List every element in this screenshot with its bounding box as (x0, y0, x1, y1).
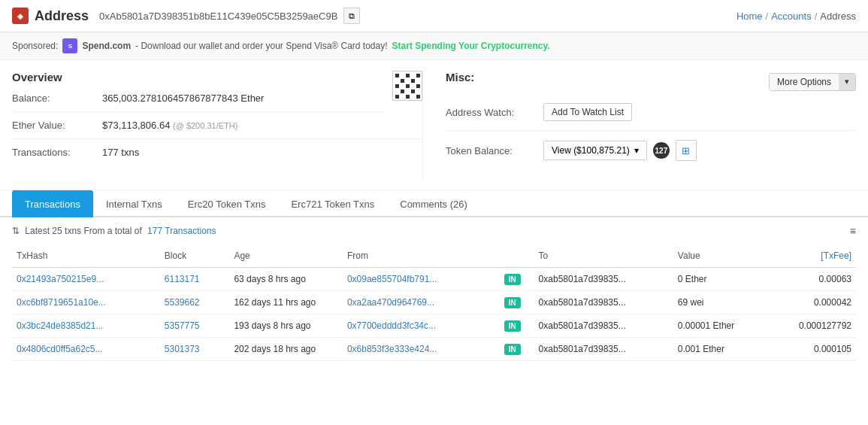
logo-icon: ◈ (12, 8, 29, 24)
more-options-button[interactable]: More Options ▾ (769, 73, 856, 91)
tx-hash-link[interactable]: 0x4806cd0ff5a62c5... (17, 344, 103, 354)
tab-erc721-token[interactable]: Erc721 Token Txns (278, 190, 387, 217)
external-link-icon[interactable]: ⊞ (676, 140, 697, 161)
fee-cell: 0.000127792 (778, 314, 856, 338)
sponsored-cta[interactable]: Start Spending Your Cryptocurrency. (392, 41, 550, 51)
token-balance-label: Token Balance: (446, 145, 543, 156)
from-cell: 0xa2aa470d964769... (343, 291, 491, 314)
age-cell: 63 days 8 hrs ago (229, 268, 343, 291)
ether-value: $73,113,806.64 (@ $200.31/ETH) (102, 120, 237, 131)
from-cell: 0x09ae855704fb791... (343, 268, 491, 291)
block-link[interactable]: 5539662 (165, 297, 200, 308)
table-body: 0x21493a750215e9... 6113171 63 days 8 hr… (12, 268, 856, 361)
value-cell: 69 wei (673, 291, 778, 314)
tx-hash-cell: 0x21493a750215e9... (12, 268, 160, 291)
dropdown-arrow-icon: ▾ (634, 145, 639, 156)
tab-internal-txns[interactable]: Internal Txns (93, 190, 175, 217)
home-link[interactable]: Home (736, 11, 763, 22)
tx-hash-link[interactable]: 0x3bc24de8385d21... (17, 320, 103, 331)
accounts-link[interactable]: Accounts (771, 11, 811, 22)
ether-value-label: Ether Value: (12, 120, 102, 131)
fee-cell: 0.00063 (778, 268, 856, 291)
balance-value: 365,003.278106457867877843 Ether (102, 93, 264, 104)
to-cell: 0xab5801a7d39835... (534, 268, 673, 291)
left-panel: Overview Balance: 365,003.27810645786787… (12, 71, 422, 179)
from-link[interactable]: 0x09ae855704fb791... (347, 274, 437, 284)
sponsored-bar: Sponsored: S Spend.com - Download our wa… (0, 32, 868, 60)
table-row: 0xc6bf8719651a10e... 5539662 162 days 11… (12, 291, 856, 314)
address-watch-row: Address Watch: Add To Watch List (446, 103, 856, 131)
from-link[interactable]: 0x6b853f3e333e424... (347, 344, 437, 354)
breadcrumb-sep2: / (815, 11, 818, 22)
sponsored-label: Sponsored: (12, 41, 58, 51)
block-link[interactable]: 5301373 (165, 344, 200, 354)
token-balance-dropdown[interactable]: View ($100,875.21) ▾ (543, 141, 647, 160)
to-cell: 0xab5801a7d39835... (534, 291, 673, 314)
token-count-badge: 127 (653, 142, 670, 159)
direction-cell: IN (491, 268, 534, 291)
col-header-to: To (534, 244, 673, 268)
table-info: ⇅ Latest 25 txns From a total of 177 Tra… (12, 225, 856, 237)
table-info-text: ⇅ Latest 25 txns From a total of 177 Tra… (12, 226, 216, 236)
ether-value-row: Ether Value: $73,113,806.64 (@ $200.31/E… (12, 120, 422, 139)
table-row: 0x4806cd0ff5a62c5... 5301373 202 days 18… (12, 338, 856, 361)
nav-left: ◈ Address 0xAb5801a7D398351b8bE11C439e05… (12, 8, 360, 24)
block-cell: 5357775 (160, 314, 230, 338)
col-header-block: Block (160, 244, 230, 268)
token-balance-row: Token Balance: View ($100,875.21) ▾ 127 … (446, 140, 856, 170)
spend-site: Spend.com (82, 41, 131, 51)
ether-price: (@ $200.31/ETH) (173, 121, 237, 130)
direction-cell: IN (491, 314, 534, 338)
copy-address-button[interactable]: ⧉ (343, 8, 360, 24)
balance-label: Balance: (12, 93, 102, 104)
tx-hash-link[interactable]: 0xc6bf8719651a10e... (17, 297, 106, 308)
value-cell: 0 Ether (673, 268, 778, 291)
tx-hash-cell: 0x3bc24de8385d21... (12, 314, 160, 338)
block-cell: 5301373 (160, 338, 230, 361)
from-cell: 0x6b853f3e333e424... (343, 338, 491, 361)
col-header-fee: [TxFee] (778, 244, 856, 268)
hamburger-icon[interactable]: ≡ (850, 225, 856, 237)
from-link[interactable]: 0xa2aa470d964769... (347, 297, 434, 308)
age-cell: 202 days 18 hrs ago (229, 338, 343, 361)
balance-row: Balance: 365,003.278106457867877843 Ethe… (12, 93, 385, 112)
overview-title: Overview (12, 71, 422, 83)
more-options-caret-icon: ▾ (839, 74, 855, 90)
tab-transactions[interactable]: Transactions (12, 190, 93, 217)
fee-cell: 0.000105 (778, 338, 856, 361)
top-nav: ◈ Address 0xAb5801a7D398351b8bE11C439e05… (0, 0, 868, 32)
to-cell: 0xab5801a7d39835... (534, 314, 673, 338)
right-panel: Misc: More Options ▾ Address Watch: Add … (422, 71, 856, 179)
add-to-watch-list-button[interactable]: Add To Watch List (543, 103, 632, 121)
current-page-label: Address (820, 11, 856, 22)
ether-value-amount: $73,113,806.64 (102, 120, 170, 131)
block-cell: 5539662 (160, 291, 230, 314)
col-header-value: Value (673, 244, 778, 268)
misc-header: Misc: More Options ▾ (446, 71, 856, 93)
to-cell: 0xab5801a7d39835... (534, 338, 673, 361)
tab-comments[interactable]: Comments (26) (387, 190, 480, 217)
direction-cell: IN (491, 338, 534, 361)
breadcrumb-sep1: / (766, 11, 769, 22)
token-balance-container: View ($100,875.21) ▾ 127 ⊞ (543, 140, 697, 161)
tab-erc20-token[interactable]: Erc20 Token Txns (175, 190, 279, 217)
from-cell: 0x7700edddd3fc34c... (343, 314, 491, 338)
table-section: ⇅ Latest 25 txns From a total of 177 Tra… (0, 217, 868, 361)
tx-hash-cell: 0x4806cd0ff5a62c5... (12, 338, 160, 361)
header-row: TxHash Block Age From To Value [TxFee] (12, 244, 856, 268)
col-header-from: From (343, 244, 491, 268)
total-transactions-link[interactable]: 177 Transactions (147, 226, 216, 236)
value-cell: 0.001 Ether (673, 338, 778, 361)
qr-icon[interactable] (392, 71, 422, 101)
tx-hash-link[interactable]: 0x21493a750215e9... (17, 274, 104, 284)
col-header-age: Age (229, 244, 343, 268)
nav-right: Home / Accounts / Address (736, 11, 856, 22)
transactions-row: Transactions: 177 txns (12, 147, 422, 165)
col-header-txhash: TxHash (12, 244, 160, 268)
from-link[interactable]: 0x7700edddd3fc34c... (347, 320, 436, 331)
block-link[interactable]: 6113171 (165, 274, 200, 284)
address-hash: 0xAb5801a7D398351b8bE11C439e05C5B3259aeC… (99, 11, 337, 22)
block-link[interactable]: 5357775 (165, 320, 200, 331)
age-cell: 162 days 11 hrs ago (229, 291, 343, 314)
page-title: Address (35, 8, 89, 24)
